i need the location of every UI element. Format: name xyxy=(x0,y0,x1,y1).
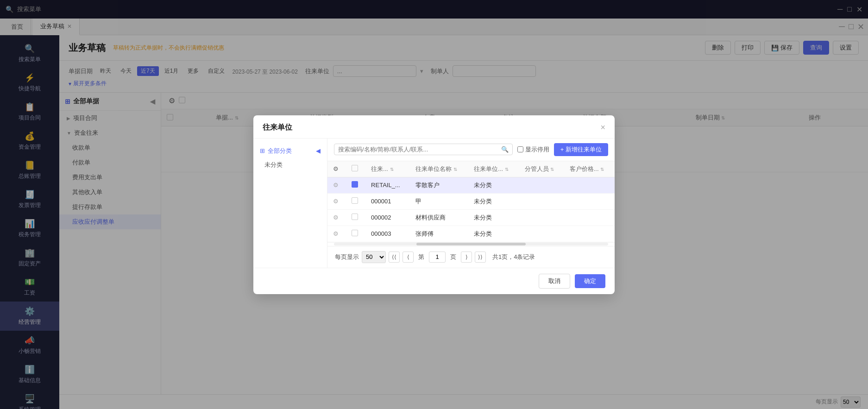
first-page-btn[interactable]: ⟨⟨ xyxy=(389,252,400,263)
show-disabled-label[interactable]: 显示停用 xyxy=(517,145,549,154)
modal-header: 往来单位 × xyxy=(253,115,615,138)
modal-tree: ⊞ 全部分类 ◀ 未分类 xyxy=(253,138,327,268)
per-page-label: 每页显示 xyxy=(335,253,359,261)
per-page-select[interactable]: 5020100 xyxy=(362,251,386,263)
modal-table-wrap: ⚙ 往来... ⇅ 往来单位名称 ⇅ 往来单位... ⇅ 分管人员 ⇅ 客户价格… xyxy=(327,161,615,242)
scroll-track xyxy=(334,243,608,245)
sort-salesperson-icon: ⇅ xyxy=(550,167,554,172)
cancel-button[interactable]: 取消 xyxy=(539,274,570,289)
modal-tree-all-btn[interactable]: ⊞ 全部分类 ◀ xyxy=(253,144,327,158)
modal-th-checkbox xyxy=(346,161,365,177)
modal-body: ⊞ 全部分类 ◀ 未分类 🔍 显示停用 xyxy=(253,138,615,268)
row-checkbox-cell xyxy=(346,177,365,193)
next-page-btn[interactable]: ⟩ xyxy=(461,252,472,263)
row-code-cell: RETAIL_... xyxy=(365,177,410,193)
modal-title: 往来单位 xyxy=(263,123,292,132)
row-salesperson-cell xyxy=(519,226,564,242)
sort-code-icon: ⇅ xyxy=(390,167,394,172)
modal-content: 🔍 显示停用 + 新增往来单位 ⚙ xyxy=(327,138,615,268)
row-checkbox[interactable] xyxy=(352,197,358,204)
row-salesperson-cell xyxy=(519,209,564,226)
row-salesperson-cell xyxy=(519,177,564,193)
modal-scrollbar[interactable] xyxy=(327,242,615,246)
row-settings-cell: ⚙ xyxy=(327,226,346,242)
row-salesperson-cell xyxy=(519,193,564,209)
row-code-cell: 000003 xyxy=(365,226,410,242)
modal-th-category: 往来单位... ⇅ xyxy=(468,161,519,177)
modal-footer: 取消 确定 xyxy=(253,268,615,294)
partner-modal: 往来单位 × ⊞ 全部分类 ◀ 未分类 xyxy=(253,115,615,294)
modal-search-icon: 🔍 xyxy=(501,146,509,153)
row-category-cell: 未分类 xyxy=(468,177,519,193)
modal-table-row[interactable]: ⚙ RETAIL_... 零散客户 未分类 xyxy=(327,177,615,193)
row-checkbox[interactable] xyxy=(352,230,358,236)
last-page-btn[interactable]: ⟩⟩ xyxy=(475,252,486,263)
row-checkbox-cell xyxy=(346,193,365,209)
modal-overlay: 往来单位 × ⊞ 全部分类 ◀ 未分类 xyxy=(0,0,868,409)
row-gear-icon: ⚙ xyxy=(333,214,339,221)
row-name-cell: 甲 xyxy=(410,193,468,209)
modal-search-input[interactable] xyxy=(338,146,498,153)
row-checkbox[interactable] xyxy=(352,214,358,220)
row-gear-icon: ⚙ xyxy=(333,230,339,237)
confirm-button[interactable]: 确定 xyxy=(575,274,605,288)
modal-pagination: 每页显示 5020100 ⟨⟨ ⟨ 第 页 ⟩ ⟩⟩ 共1页，4条记录 xyxy=(327,246,615,268)
row-price-level-cell xyxy=(564,177,615,193)
modal-th-name: 往来单位名称 ⇅ xyxy=(410,161,468,177)
modal-th-settings[interactable]: ⚙ xyxy=(327,161,346,177)
modal-tree-unclassified-label: 未分类 xyxy=(264,161,283,168)
row-checkbox-cell xyxy=(346,209,365,226)
row-code-cell: 000001 xyxy=(365,193,410,209)
modal-tree-all-label: 全部分类 xyxy=(268,147,292,155)
total-info: 共1页，4条记录 xyxy=(492,253,535,261)
grid-icon-modal: ⊞ xyxy=(260,147,265,154)
page-number-input[interactable] xyxy=(429,252,446,263)
row-price-level-cell xyxy=(564,226,615,242)
sort-name-icon: ⇅ xyxy=(453,167,457,172)
modal-toolbar: 🔍 显示停用 + 新增往来单位 xyxy=(327,138,615,161)
row-name-cell: 材料供应商 xyxy=(410,209,468,226)
modal-tree-collapse-btn[interactable]: ◀ xyxy=(316,147,321,154)
modal-table-row[interactable]: ⚙ 000002 材料供应商 未分类 xyxy=(327,209,615,226)
modal-th-code: 往来... ⇅ xyxy=(365,161,410,177)
row-category-cell: 未分类 xyxy=(468,193,519,209)
modal-table-row[interactable]: ⚙ 000003 张师傅 未分类 xyxy=(327,226,615,242)
row-name-cell: 零散客户 xyxy=(410,177,468,193)
row-settings-cell: ⚙ xyxy=(327,193,346,209)
row-price-level-cell xyxy=(564,209,615,226)
row-checkbox[interactable] xyxy=(352,181,358,188)
modal-thead-checkbox[interactable] xyxy=(352,165,358,171)
show-disabled-checkbox[interactable] xyxy=(517,146,523,152)
row-code-cell: 000002 xyxy=(365,209,410,226)
row-price-level-cell xyxy=(564,193,615,209)
row-category-cell: 未分类 xyxy=(468,226,519,242)
row-gear-icon: ⚙ xyxy=(333,182,339,189)
row-settings-cell: ⚙ xyxy=(327,209,346,226)
modal-close-btn[interactable]: × xyxy=(600,123,605,132)
scroll-thumb[interactable] xyxy=(416,243,526,245)
sort-category-icon: ⇅ xyxy=(505,167,509,172)
modal-th-price-level: 客户价格... ⇅ xyxy=(564,161,615,177)
modal-tree-unclassified[interactable]: 未分类 xyxy=(253,158,327,172)
row-category-cell: 未分类 xyxy=(468,209,519,226)
row-checkbox-cell xyxy=(346,226,365,242)
page-suffix: 页 xyxy=(450,253,456,261)
row-name-cell: 张师傅 xyxy=(410,226,468,242)
new-partner-btn[interactable]: + 新增往来单位 xyxy=(554,143,608,156)
row-gear-icon: ⚙ xyxy=(333,198,339,205)
page-label: 第 xyxy=(418,253,424,261)
modal-th-salesperson: 分管人员 ⇅ xyxy=(519,161,564,177)
modal-search-box[interactable]: 🔍 xyxy=(334,144,513,155)
modal-table: ⚙ 往来... ⇅ 往来单位名称 ⇅ 往来单位... ⇅ 分管人员 ⇅ 客户价格… xyxy=(327,161,615,242)
modal-table-row[interactable]: ⚙ 000001 甲 未分类 xyxy=(327,193,615,209)
row-settings-cell: ⚙ xyxy=(327,177,346,193)
sort-price-icon: ⇅ xyxy=(600,167,604,172)
prev-page-btn[interactable]: ⟨ xyxy=(403,252,414,263)
